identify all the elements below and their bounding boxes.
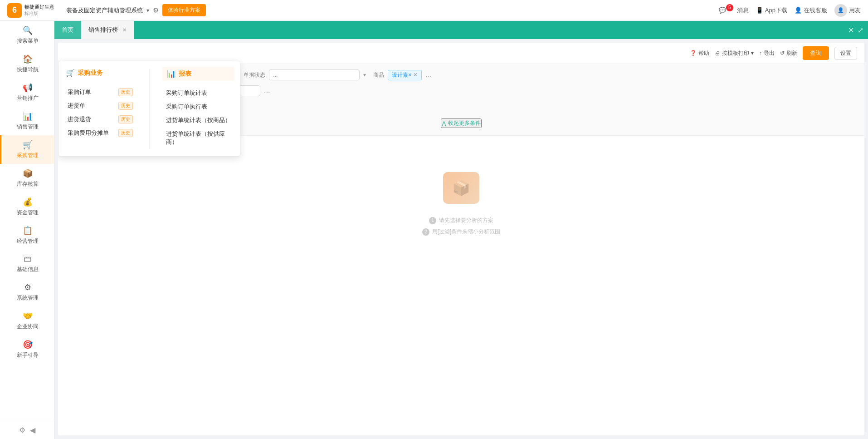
menu-item-receipt-stats-supplier[interactable]: 进货单统计表（按供应商） bbox=[164, 127, 233, 149]
sidebar-settings-icon[interactable]: ⚙ bbox=[19, 426, 25, 434]
gear-icon[interactable]: ⚙ bbox=[153, 6, 159, 15]
purchase-business-label: 采购业务 bbox=[78, 69, 103, 77]
menu-item-purchase-expense[interactable]: 采购费用分摊单 历史 bbox=[66, 126, 135, 140]
basic-info-icon: 🗃 bbox=[24, 254, 32, 264]
goods-label: 商品 bbox=[373, 71, 384, 79]
sidebar-bottom: ⚙ ◀ bbox=[0, 421, 54, 439]
online-service-btn[interactable]: 👤 在线客服 bbox=[795, 6, 827, 15]
query-btn[interactable]: 查询 bbox=[803, 46, 829, 60]
sidebar-item-sales[interactable]: 📊 销售管理 bbox=[0, 107, 54, 135]
goods-dots-btn[interactable]: ... bbox=[425, 71, 431, 79]
collab-icon: 🤝 bbox=[23, 311, 33, 321]
message-btn[interactable]: 💬 5 消息 bbox=[719, 6, 749, 15]
logo-text: 畅捷通好生意 bbox=[24, 4, 54, 10]
doc-status-dropdown[interactable]: ▾ bbox=[363, 72, 366, 78]
sidebar-item-basic-info[interactable]: 🗃 基础信息 bbox=[0, 250, 54, 278]
hint-num-1: 1 bbox=[429, 217, 436, 224]
sidebar-item-inventory[interactable]: 📦 库存核算 bbox=[0, 164, 54, 192]
help-btn[interactable]: ❓ 帮助 bbox=[690, 49, 709, 57]
goods-tag: 设计素× ✕ bbox=[388, 70, 422, 80]
menu-divider bbox=[149, 69, 150, 149]
menu-item-order-stats[interactable]: 采购订单统计表 bbox=[164, 86, 233, 100]
app-download-label: App下载 bbox=[765, 6, 787, 15]
purchase-return-history[interactable]: 历史 bbox=[118, 115, 133, 123]
goods-tag-close[interactable]: ✕ bbox=[413, 72, 418, 78]
tab-sales-rank-label: 销售排行榜 bbox=[88, 26, 118, 34]
print-btn[interactable]: 🖨 按模板打印 ▾ bbox=[715, 49, 754, 57]
online-service-label: 在线客服 bbox=[804, 6, 827, 15]
purchase-business-section: 🛒 采购业务 采购订单 历史 进货单 历史 进货退货 历史 采购费用分摊单 bbox=[66, 69, 135, 149]
purchase-receipt-label: 进货单 bbox=[68, 102, 115, 110]
order-exec-label: 采购订单执行表 bbox=[166, 103, 231, 111]
sidebar-item-guide[interactable]: 🎯 新手引导 bbox=[0, 335, 54, 364]
purchase-order-label: 采购订单 bbox=[68, 88, 115, 96]
sidebar-item-marketing[interactable]: 📢 营销推广 bbox=[0, 78, 54, 107]
app-download-btn[interactable]: 📱 App下载 bbox=[756, 6, 787, 15]
empty-hint-2: 2 用[过滤]条件来缩小分析范围 bbox=[422, 228, 501, 236]
purchase-business-title: 🛒 采购业务 bbox=[66, 69, 135, 80]
user-label: 用友 bbox=[849, 6, 861, 15]
industry-btn[interactable]: 体验行业方案 bbox=[162, 4, 206, 16]
print-dropdown-icon[interactable]: ▾ bbox=[751, 50, 754, 56]
message-badge: 5 bbox=[726, 4, 733, 11]
sidebar-collapse-icon[interactable]: ◀ bbox=[30, 426, 35, 434]
collapse-btn[interactable]: ⋀ 收起更多条件 bbox=[441, 118, 482, 128]
sidebar-label-operations: 经营管理 bbox=[17, 237, 39, 245]
filter-goods: 商品 设计素× ✕ ... bbox=[373, 70, 431, 80]
sales-icon: 📊 bbox=[23, 111, 33, 121]
empty-hint-1: 1 请先选择要分析的方案 bbox=[429, 217, 493, 224]
sidebar-label-marketing: 营销推广 bbox=[17, 94, 39, 102]
receipt-stats-goods-label: 进货单统计表（按商品） bbox=[166, 116, 231, 124]
refresh-icon: ↺ bbox=[780, 50, 785, 56]
dropdown-arrow[interactable]: ▾ bbox=[146, 7, 149, 14]
message-icon: 💬 bbox=[719, 7, 726, 14]
export-btn[interactable]: ↑ 导出 bbox=[759, 49, 775, 57]
menu-item-purchase-return[interactable]: 进货退货 历史 bbox=[66, 113, 135, 126]
purchase-reports-section: 📊 报表 采购订单统计表 采购订单执行表 进货单统计表（按商品） 进货单统计表（… bbox=[164, 69, 233, 149]
print-label: 按模板打印 bbox=[722, 49, 749, 57]
tab-home[interactable]: 首页 bbox=[54, 21, 81, 39]
sidebar-item-finance[interactable]: 💰 资金管理 bbox=[0, 192, 54, 221]
user-btn[interactable]: 👤 用友 bbox=[834, 4, 861, 17]
tab-close-icon[interactable]: ✕ bbox=[122, 27, 127, 33]
export-icon: ↑ bbox=[759, 50, 762, 56]
help-icon: ❓ bbox=[690, 50, 697, 56]
menu-item-order-exec[interactable]: 采购订单执行表 bbox=[164, 100, 233, 113]
order-stats-label: 采购订单统计表 bbox=[166, 89, 231, 97]
purchase-order-history[interactable]: 历史 bbox=[118, 88, 133, 96]
logo-sub: 标准版 bbox=[24, 10, 54, 17]
purchase-reports-title: 📊 报表 bbox=[162, 67, 235, 81]
system-icon: ⚙ bbox=[24, 282, 31, 292]
marketing-icon: 📢 bbox=[23, 83, 33, 93]
sidebar-item-quicknav[interactable]: 🏠 快捷导航 bbox=[0, 49, 54, 78]
sidebar-item-operations[interactable]: 📋 经营管理 bbox=[0, 221, 54, 250]
salesman-dots-btn[interactable]: ... bbox=[264, 87, 270, 95]
menu-item-purchase-receipt[interactable]: 进货单 历史 bbox=[66, 99, 135, 113]
sidebar-item-collab[interactable]: 🤝 企业协同 bbox=[0, 306, 54, 335]
system-title: 装备及固定资产辅助管理系统 bbox=[66, 6, 143, 15]
purchase-dropdown-menu: 🛒 采购业务 采购订单 历史 进货单 历史 进货退货 历史 采购费用分摊单 bbox=[58, 61, 240, 157]
topbar-right: 💬 5 消息 📱 App下载 👤 在线客服 👤 用友 bbox=[719, 4, 861, 17]
purchase-expense-history[interactable]: 历史 bbox=[118, 129, 133, 137]
sidebar-item-system[interactable]: ⚙ 系统管理 bbox=[0, 278, 54, 306]
tab-expand-icon[interactable]: ⤢ bbox=[858, 26, 863, 35]
settings-btn[interactable]: 设置 bbox=[834, 47, 857, 60]
doc-status-label: 单据状态 bbox=[244, 71, 265, 79]
refresh-btn[interactable]: ↺ 刷新 bbox=[780, 49, 797, 57]
tab-close-all-icon[interactable]: ✕ bbox=[848, 26, 854, 35]
sidebar: 🔍 搜索菜单 🏠 快捷导航 📢 营销推广 📊 销售管理 🛒 采购管理 📦 库存核… bbox=[0, 21, 54, 439]
collapse-label: 收起更多条件 bbox=[448, 119, 481, 127]
menu-item-receipt-stats-goods[interactable]: 进货单统计表（按商品） bbox=[164, 113, 233, 127]
guide-icon: 🎯 bbox=[23, 340, 33, 350]
menu-item-purchase-order[interactable]: 采购订单 历史 bbox=[66, 85, 135, 99]
doc-status-input[interactable] bbox=[269, 69, 360, 80]
filter-doc-status: 单据状态 ▾ bbox=[244, 69, 366, 80]
sidebar-label-guide: 新手引导 bbox=[17, 351, 39, 359]
tab-sales-rank[interactable]: 销售排行榜 ✕ bbox=[81, 21, 134, 39]
sidebar-item-purchase[interactable]: 🛒 采购管理 bbox=[0, 135, 54, 164]
purchase-section-icon: 🛒 bbox=[66, 69, 75, 77]
hint-num-2: 2 bbox=[422, 228, 429, 236]
sidebar-item-search[interactable]: 🔍 搜索菜单 bbox=[0, 21, 54, 49]
purchase-receipt-history[interactable]: 历史 bbox=[118, 102, 133, 110]
phone-icon: 📱 bbox=[756, 7, 763, 14]
